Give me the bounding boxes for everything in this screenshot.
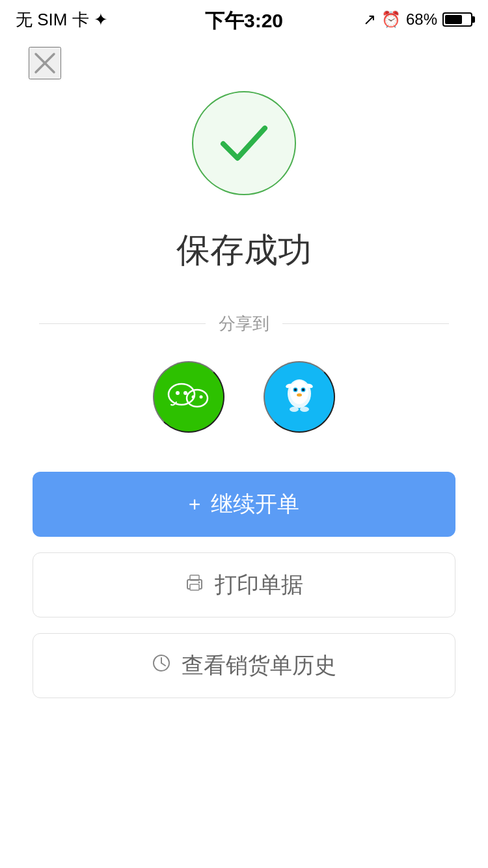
svg-line-25: [161, 663, 165, 666]
svg-point-4: [176, 391, 180, 395]
continue-label: 继续开单: [211, 489, 299, 519]
svg-point-12: [294, 388, 297, 391]
print-label: 打印单据: [215, 570, 303, 600]
print-button[interactable]: 打印单据: [33, 552, 455, 617]
share-icons: [153, 361, 335, 433]
wechat-share-button[interactable]: [153, 361, 224, 433]
success-circle: [192, 91, 296, 195]
continue-button[interactable]: + 继续开单: [33, 472, 455, 537]
svg-point-9: [290, 381, 308, 404]
battery-percent: 68%: [406, 10, 437, 29]
main-content: 保存成功 分享到: [0, 39, 488, 868]
svg-point-5: [183, 391, 187, 395]
plus-icon: +: [189, 493, 201, 517]
svg-point-13: [302, 388, 305, 391]
share-divider: 分享到: [0, 312, 488, 335]
status-right: ↗ ⏰ 68%: [363, 10, 472, 29]
history-label: 查看销货单历史: [182, 651, 336, 681]
svg-rect-20: [190, 584, 199, 590]
clock-icon: [152, 653, 171, 678]
location-icon: ↗: [363, 10, 376, 29]
action-buttons: + 继续开单 打印单据: [0, 472, 488, 698]
printer-icon: [185, 573, 204, 597]
svg-point-6: [192, 396, 195, 399]
no-sim-text: 无 SIM 卡 ✦: [16, 8, 108, 31]
status-bar: 无 SIM 卡 ✦ 下午3:20 ↗ ⏰ 68%: [0, 0, 488, 39]
history-button[interactable]: 查看销货单历史: [33, 633, 455, 698]
close-button[interactable]: [29, 47, 61, 79]
svg-point-14: [297, 394, 302, 397]
svg-point-2: [169, 384, 195, 405]
status-left: 无 SIM 卡 ✦: [16, 8, 108, 31]
svg-point-7: [200, 396, 203, 399]
svg-point-17: [290, 407, 299, 412]
svg-point-18: [300, 407, 309, 412]
share-label: 分享到: [206, 312, 282, 335]
qq-share-button[interactable]: [264, 361, 335, 433]
svg-point-22: [198, 581, 200, 583]
divider-line-left: [39, 323, 206, 324]
alarm-icon: ⏰: [381, 10, 401, 29]
svg-point-3: [187, 390, 208, 407]
success-title: 保存成功: [176, 228, 312, 273]
status-time: 下午3:20: [205, 8, 283, 34]
battery-icon: [442, 12, 472, 27]
divider-line-right: [282, 323, 449, 324]
